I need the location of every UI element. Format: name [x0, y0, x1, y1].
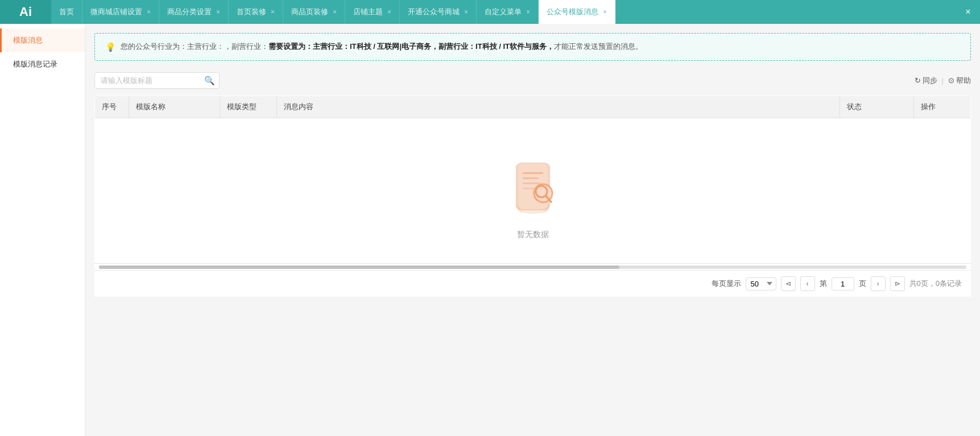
- sync-icon: ↻: [915, 76, 921, 85]
- search-bar: 🔍 ↻ 同步 | ⊙ 帮助: [94, 72, 971, 89]
- nav-tab-wechat-store[interactable]: 微商城店铺设置×: [82, 0, 159, 24]
- nav-tab-home[interactable]: 首页: [51, 0, 82, 24]
- content-area: 💡 您的公众号行业为：主营行业：，副营行业：需要设置为：主营行业：IT科技 / …: [85, 24, 980, 436]
- tab-close-icon-open-mall[interactable]: ×: [464, 8, 468, 16]
- tab-close-icon-product-page-decor[interactable]: ×: [333, 8, 337, 16]
- app-logo: Ai: [0, 0, 51, 24]
- table-header-row: 序号模版名称模版类型消息内容状态操作: [95, 96, 971, 118]
- prev-page-button[interactable]: ‹: [800, 276, 815, 291]
- main-layout: 模版消息模版消息记录 💡 您的公众号行业为：主营行业：，副营行业：需要设置为：主…: [0, 24, 980, 436]
- page-size-label: 每页显示: [712, 279, 741, 289]
- top-nav: Ai 首页微商城店铺设置×商品分类设置×首页装修×商品页装修×店铺主题×开通公众…: [0, 0, 980, 24]
- table-col-action: 操作: [914, 96, 971, 118]
- svg-rect-1: [523, 172, 543, 174]
- nav-tab-template-msg[interactable]: 公众号模版消息×: [539, 0, 615, 24]
- tab-close-icon-home-decor[interactable]: ×: [271, 8, 275, 16]
- empty-text: 暂无数据: [517, 230, 549, 240]
- divider: |: [942, 76, 944, 85]
- search-button[interactable]: 🔍: [204, 76, 215, 86]
- first-page-button[interactable]: ⊲: [781, 276, 796, 291]
- nav-tab-home-decor[interactable]: 首页装修×: [229, 0, 283, 24]
- notice-text: 您的公众号行业为：主营行业：，副营行业：需要设置为：主营行业：IT科技 / 互联…: [121, 41, 643, 52]
- page-suffix: 页: [859, 279, 866, 289]
- table-body: 暂无数据: [95, 118, 971, 263]
- scrollbar-thumb: [99, 265, 619, 269]
- nav-tab-open-mall[interactable]: 开通公众号商城×: [400, 0, 477, 24]
- table-head: 序号模版名称模版类型消息内容状态操作: [95, 96, 971, 118]
- data-table: 序号模版名称模版类型消息内容状态操作: [94, 95, 971, 263]
- last-page-button[interactable]: ⊳: [890, 276, 905, 291]
- help-button[interactable]: ⊙ 帮助: [948, 76, 971, 86]
- tab-close-icon-custom-menu[interactable]: ×: [526, 8, 530, 16]
- sidebar: 模版消息模版消息记录: [0, 24, 85, 436]
- scrollbar-track[interactable]: [99, 265, 966, 269]
- close-all-tabs-button[interactable]: ×: [956, 0, 980, 24]
- nav-tab-store-theme[interactable]: 店铺主题×: [345, 0, 400, 24]
- notice-banner: 💡 您的公众号行业为：主营行业：，副营行业：需要设置为：主营行业：IT科技 / …: [94, 33, 971, 61]
- total-info: 共0页，0条记录: [909, 279, 962, 289]
- table-col-status: 状态: [840, 96, 914, 118]
- svg-rect-3: [523, 182, 541, 184]
- svg-rect-4: [523, 188, 534, 189]
- nav-tab-custom-menu[interactable]: 自定义菜单×: [477, 0, 539, 24]
- notice-icon: 💡: [105, 42, 116, 52]
- nav-tab-product-page-decor[interactable]: 商品页装修×: [283, 0, 345, 24]
- tab-close-icon-template-msg[interactable]: ×: [603, 8, 607, 16]
- nav-tabs: 首页微商城店铺设置×商品分类设置×首页装修×商品页装修×店铺主题×开通公众号商城…: [51, 0, 956, 24]
- empty-row: 暂无数据: [95, 118, 971, 263]
- tab-close-icon-product-category[interactable]: ×: [216, 8, 220, 16]
- table-col-name: 模版名称: [129, 96, 220, 118]
- current-page-input[interactable]: [832, 277, 854, 290]
- table-col-content: 消息内容: [277, 96, 840, 118]
- empty-illustration: [499, 152, 567, 221]
- sync-button[interactable]: ↻ 同步: [915, 76, 937, 86]
- page-word: 第: [820, 279, 827, 289]
- pagination-row: 每页显示 50 10 20 100 ⊲ ‹ 第 页 › ⊳ 共0页，0条记录: [94, 270, 971, 297]
- page-size-select[interactable]: 50 10 20 100: [746, 277, 776, 290]
- search-input[interactable]: [94, 72, 220, 89]
- toolbar-right: ↻ 同步 | ⊙ 帮助: [915, 76, 971, 86]
- search-input-wrap: 🔍: [94, 72, 220, 89]
- empty-state: 暂无数据: [95, 118, 970, 263]
- nav-tab-product-category[interactable]: 商品分类设置×: [159, 0, 229, 24]
- sidebar-item-template-msg-record[interactable]: 模版消息记录: [0, 52, 85, 76]
- tab-close-icon-store-theme[interactable]: ×: [387, 8, 391, 16]
- tab-close-icon-wechat-store[interactable]: ×: [147, 8, 151, 16]
- sidebar-item-template-msg[interactable]: 模版消息: [0, 28, 85, 52]
- scrollbar-row: [94, 263, 971, 270]
- table-col-type: 模版类型: [220, 96, 277, 118]
- table-col-index: 序号: [95, 96, 129, 118]
- help-icon: ⊙: [948, 76, 954, 85]
- svg-rect-2: [523, 177, 539, 179]
- next-page-button[interactable]: ›: [871, 276, 886, 291]
